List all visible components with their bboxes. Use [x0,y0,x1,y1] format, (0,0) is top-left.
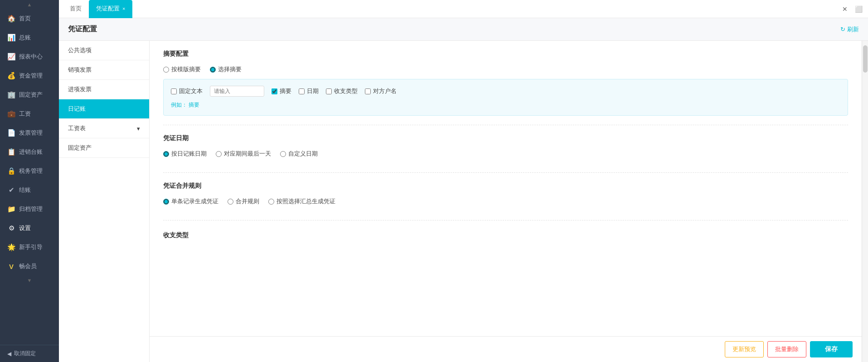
sidebar-item-tax[interactable]: 🔒 税务管理 [0,161,59,181]
sidebar-item-report[interactable]: 📈 报表中心 [0,47,59,66]
refresh-label: 刷新 [847,25,859,34]
left-nav-public-label: 公共选项 [68,46,92,54]
report-icon: 📈 [7,53,15,61]
sidebar-item-label: 税务管理 [19,167,43,175]
update-preview-button[interactable]: 更新预览 [725,341,764,357]
window-close-button[interactable]: ✕ [840,4,849,15]
sidebar-item-salary[interactable]: 💼 工资 [0,104,59,123]
page-title: 凭证配置 [68,24,97,34]
sidebar-item-archive[interactable]: 📁 归档管理 [0,200,59,219]
left-nav-payroll[interactable]: 工资表 ▾ [59,119,149,138]
sidebar-item-label: 报表中心 [19,53,43,61]
tab-voucher-config[interactable]: 凭证配置 × [89,0,132,18]
radio-custom-date[interactable]: 自定义日期 [280,150,318,158]
radio-journal-date-input[interactable] [163,151,169,157]
sidebar-scroll-down[interactable]: ▼ [0,276,59,285]
sidebar-pin-toggle[interactable]: ◀ 取消固定 [0,345,59,362]
pin-icon: ◀ [7,351,11,357]
checkbox-summary-input[interactable] [272,88,277,94]
checkbox-summary[interactable]: 摘要 [272,87,291,95]
fixed-asset-icon: 🏢 [7,91,15,99]
radio-period-last-input[interactable] [216,151,222,157]
tab-active-label: 凭证配置 [96,5,120,13]
tab-bar: 首页 凭证配置 × ✕ ⬜ [59,0,868,18]
left-nav-public[interactable]: 公共选项 [59,41,149,60]
checkbox-income-type-input[interactable] [326,88,332,94]
radio-custom-date-input[interactable] [280,151,286,157]
left-nav: 公共选项 销项发票 进项发票 日记账 工资表 ▾ 固定资产 [59,41,150,362]
checkbox-fixed-text-input[interactable] [171,88,177,94]
settings-icon: ⚙ [7,224,15,232]
checkbox-date-input[interactable] [299,88,305,94]
scroll-track [862,41,868,362]
sidebar-item-ledger[interactable]: 📊 总账 [0,28,59,47]
radio-select-summary[interactable]: 选择摘要 [210,65,242,73]
left-nav-purchase-label: 进项发票 [68,85,92,93]
left-nav-journal[interactable]: 日记账 [59,99,149,119]
radio-template-summary-input[interactable] [163,67,169,73]
radio-merge-rule-label: 合并规则 [236,197,259,205]
checkbox-date[interactable]: 日期 [299,87,319,95]
sidebar-item-home[interactable]: 🏠 首页 [0,9,59,28]
batch-delete-button[interactable]: 批量删除 [767,341,806,357]
sidebar-item-settle[interactable]: ✔ 结账 [0,181,59,200]
summary-section-title: 摘要配置 [163,50,848,58]
sidebar-item-fixed-asset[interactable]: 🏢 固定资产 [0,85,59,104]
radio-journal-date[interactable]: 按日记账日期 [163,150,207,158]
radio-select-merge-input[interactable] [268,199,274,205]
guide-icon: 🌟 [7,243,15,251]
left-nav-fixed-asset[interactable]: 固定资产 [59,138,149,158]
merge-section-title: 凭证合并规则 [163,182,848,190]
tab-home[interactable]: 首页 [63,0,89,18]
sidebar-item-label: 畅会员 [19,262,37,270]
checkbox-counterparty-input[interactable] [365,88,371,94]
radio-merge-rule-input[interactable] [228,199,233,205]
sidebar-item-label: 发票管理 [19,129,43,137]
invoice-icon: 📄 [7,129,15,137]
radio-select-merge[interactable]: 按照选择汇总生成凭证 [268,197,335,205]
left-nav-purchase-invoice[interactable]: 进项发票 [59,80,149,99]
sidebar-item-label: 归档管理 [19,205,43,213]
checkbox-income-type[interactable]: 收支类型 [326,87,358,95]
radio-single-record-input[interactable] [163,199,169,205]
radio-custom-date-label: 自定义日期 [288,150,318,158]
left-nav-sales-label: 销项发票 [68,66,92,74]
tab-close-icon[interactable]: × [122,6,125,11]
fixed-text-input[interactable] [210,86,264,97]
example-text: 例如： 摘要 [171,101,840,109]
radio-template-summary[interactable]: 按模版摘要 [163,65,201,73]
checkbox-fixed-text[interactable]: 固定文本 [171,87,203,95]
sidebar-item-label: 固定资产 [19,91,43,99]
refresh-button[interactable]: ↻ 刷新 [840,25,859,34]
income-type-title: 收支类型 [163,231,848,240]
sidebar-item-member[interactable]: V 畅会员 [0,257,59,276]
right-content: 摘要配置 按模版摘要 选择摘要 [150,41,862,336]
radio-select-summary-input[interactable] [210,67,216,73]
sidebar-item-settings[interactable]: ⚙ 设置 [0,219,59,238]
radio-single-record[interactable]: 单条记录生成凭证 [163,197,218,205]
date-radio-group: 按日记账日期 对应期间最后一天 自定义日期 [163,150,848,158]
radio-journal-date-label: 按日记账日期 [171,150,207,158]
sidebar-item-sales-ledger[interactable]: 📋 进销台账 [0,142,59,161]
sidebar-scroll-up[interactable]: ▲ [0,0,59,9]
sidebar-item-label: 结账 [19,186,31,194]
checkbox-counterparty[interactable]: 对方户名 [365,87,397,95]
left-nav-sales-invoice[interactable]: 销项发票 [59,60,149,80]
sidebar-item-label: 首页 [19,15,31,23]
sidebar-item-fund[interactable]: 💰 资金管理 [0,66,59,85]
left-nav-journal-label: 日记账 [68,105,86,113]
date-section-title: 凭证日期 [163,134,848,142]
radio-merge-rule[interactable]: 合并规则 [228,197,259,205]
sidebar-item-guide[interactable]: 🌟 新手引导 [0,238,59,257]
summary-radio-group: 按模版摘要 选择摘要 [163,65,848,73]
settle-icon: ✔ [7,186,15,194]
two-panel: 公共选项 销项发票 进项发票 日记账 工资表 ▾ 固定资产 [59,41,868,362]
save-button[interactable]: 保存 [810,341,853,357]
scroll-thumb[interactable] [863,45,868,73]
window-restore-button[interactable]: ⬜ [853,4,864,15]
salary-icon: 💼 [7,110,15,118]
sidebar-item-invoice[interactable]: 📄 发票管理 [0,123,59,142]
sidebar-item-label: 资金管理 [19,72,43,80]
checkbox-date-label: 日期 [307,87,319,95]
radio-period-last[interactable]: 对应期间最后一天 [216,150,271,158]
